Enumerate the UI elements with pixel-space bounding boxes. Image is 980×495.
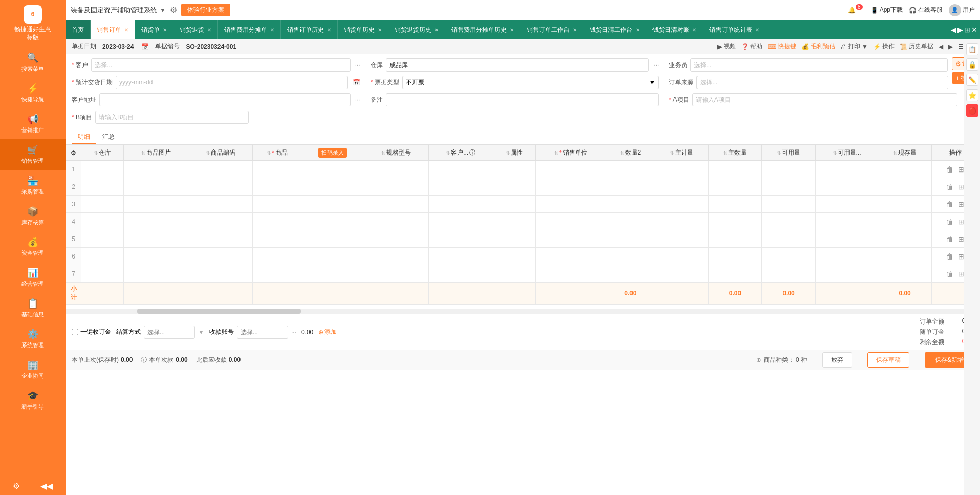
sidebar-item-quicknav[interactable]: ⚡ 快捷导航 (0, 78, 66, 109)
tab-summary[interactable]: 汇总 (96, 131, 121, 144)
shortcut-action[interactable]: ⌨ 快捷键 (768, 42, 796, 51)
th-main-unit[interactable]: ⇅主计量 (655, 145, 708, 161)
th-available2[interactable]: ⇅可用量... (815, 145, 878, 161)
tab-close-icon[interactable]: ✕ (327, 27, 331, 33)
sidebar-item-finance[interactable]: 💰 资金管理 (0, 231, 66, 262)
tab-order-workbench[interactable]: 销售订单工作台✕ (520, 20, 583, 39)
settings-icon[interactable]: ⚙ (13, 481, 20, 491)
tab-close-icon[interactable]: ✕ (207, 27, 211, 33)
sidebar-item-system[interactable]: ⚙️ 系统管理 (0, 324, 66, 354)
tab-fee-history[interactable]: 销售费用分摊单历史✕ (445, 20, 520, 39)
cell-attribute[interactable] (493, 161, 535, 178)
salesperson-input[interactable] (690, 58, 948, 72)
industry-btn[interactable]: 体验行业方案 (181, 4, 230, 16)
tab-close-icon[interactable]: ✕ (510, 27, 514, 33)
customer-input[interactable] (91, 58, 351, 72)
th-quantity2[interactable]: ⇅数量2 (606, 145, 655, 161)
order-source-input[interactable] (696, 76, 948, 89)
th-warehouse[interactable]: ⇅仓库 (81, 145, 124, 161)
th-gear[interactable]: ⚙ (66, 145, 81, 161)
cell-customer-no[interactable] (428, 161, 493, 178)
cell-code[interactable] (188, 161, 253, 178)
nav-close-btn[interactable]: ✕ (971, 26, 977, 34)
delete-icon[interactable]: 🗑 (945, 269, 954, 278)
view-list-btn[interactable]: ☰ (958, 43, 964, 50)
nav-prev-form-btn[interactable]: ◀ (939, 43, 943, 50)
cell-name[interactable] (253, 161, 301, 178)
tab-sales-return[interactable]: 销货退货✕ (173, 20, 218, 39)
address-dots[interactable]: ··· (355, 96, 360, 103)
th-customer-no[interactable]: ⇅客户... ⓘ (428, 145, 493, 161)
sidebar-item-operations[interactable]: 📊 经营管理 (0, 262, 66, 293)
invoice-type-select[interactable]: 不开票 ▼ (402, 76, 659, 89)
print-action[interactable]: 🖨 打印 ▼ (840, 42, 868, 51)
sidebar-item-purchase[interactable]: 🏪 采购管理 (0, 170, 66, 201)
payment-method-input[interactable] (144, 326, 195, 339)
tab-close-icon[interactable]: ✕ (163, 27, 167, 33)
sidebar-item-search[interactable]: 🔍 搜索菜单 (0, 47, 66, 78)
delete-icon[interactable]: 🗑 (945, 252, 954, 261)
sidebar-item-inventory[interactable]: 📦 库存核算 (0, 201, 66, 231)
tab-sales-fee[interactable]: 销售费用分摊单✕ (218, 20, 281, 39)
th-product-code[interactable]: ⇅商品编码 (188, 145, 253, 161)
tab-close-icon[interactable]: ✕ (434, 27, 439, 33)
delivery-date-input[interactable] (116, 76, 348, 89)
delete-icon[interactable]: 🗑 (945, 217, 954, 226)
tab-detail[interactable]: 明细 (72, 131, 96, 144)
right-panel-btn-3[interactable]: ✏️ (966, 74, 978, 86)
tab-cash-workbench[interactable]: 钱货日清工作台✕ (583, 20, 646, 39)
tab-close-icon[interactable]: ✕ (636, 27, 640, 33)
th-available1[interactable]: ⇅可用量 (762, 145, 816, 161)
tab-sales-invoice[interactable]: 销货单✕ (135, 20, 173, 39)
app-download-btn[interactable]: 📱 App下载 (870, 6, 903, 14)
tab-return-history[interactable]: 销货退货历史✕ (388, 20, 445, 39)
delivery-cal-icon[interactable]: 📅 (353, 79, 360, 86)
delete-icon[interactable]: 🗑 (945, 234, 954, 244)
nav-next-form-btn[interactable]: ▶ (948, 43, 953, 50)
right-panel-btn-5[interactable]: 🔴 (966, 104, 978, 117)
tab-invoice-history[interactable]: 销货单历史✕ (338, 20, 388, 39)
cell-main-qty[interactable] (708, 161, 762, 178)
scan-btn[interactable]: 扫码录入 (318, 148, 347, 158)
tab-close-icon[interactable]: ✕ (573, 27, 577, 33)
receipt-account-input[interactable] (237, 326, 288, 339)
th-product-image[interactable]: ⇅商品图片 (124, 145, 188, 161)
sidebar-item-guide[interactable]: 🎓 新手引导 (0, 385, 66, 416)
delete-icon[interactable]: 🗑 (945, 200, 954, 209)
customer-dots[interactable]: ··· (355, 61, 360, 69)
cell-sales-unit[interactable] (536, 161, 606, 178)
tab-close-icon[interactable]: ✕ (755, 27, 759, 33)
right-panel-btn-2[interactable]: 🔒 (966, 58, 978, 71)
th-sales-unit[interactable]: ⇅*销售单位 (536, 145, 606, 161)
right-panel-btn-1[interactable]: 📋 (966, 43, 978, 55)
preview-action[interactable]: 💰 毛利预估 (801, 42, 835, 51)
notification-bell[interactable]: 🔔 8 (848, 7, 864, 14)
sidebar-item-sales[interactable]: 🛒 销售管理 (0, 139, 66, 170)
tab-close-icon[interactable]: ✕ (378, 27, 382, 33)
save-draft-button[interactable]: 保存草稿 (867, 352, 909, 368)
sidebar-item-marketing[interactable]: 📢 营销推广 (0, 109, 66, 139)
sidebar-item-enterprise[interactable]: 🏢 企业协同 (0, 354, 66, 385)
receipt-dots[interactable]: ··· (291, 329, 296, 336)
help-action[interactable]: ❓ 帮助 (741, 42, 763, 51)
topbar-gear-icon[interactable]: ⚙ (170, 5, 177, 15)
delete-icon[interactable]: 🗑 (945, 165, 954, 174)
scroll-thumb[interactable] (137, 309, 301, 314)
scroll-track[interactable] (66, 309, 980, 314)
cell-qty2[interactable] (606, 161, 655, 178)
history-action[interactable]: 📜 历史单据 (900, 42, 933, 51)
th-main-qty[interactable]: ⇅主数量 (708, 145, 762, 161)
online-service-btn[interactable]: 🎧 在线客服 (909, 6, 943, 14)
one-click-checkbox[interactable] (72, 329, 78, 335)
calendar-icon[interactable]: 📅 (141, 43, 149, 50)
nav-expand-btn[interactable]: ⊞ (964, 26, 970, 34)
operation-action[interactable]: ⚡ 操作 (873, 42, 895, 51)
th-spec[interactable]: ⇅规格型号 (364, 145, 428, 161)
cell-warehouse[interactable] (81, 161, 124, 178)
system-dropdown-btn[interactable]: ▼ (160, 7, 166, 14)
collapse-icon[interactable]: ◀◀ (40, 481, 53, 491)
th-scan[interactable]: 扫码录入 (301, 145, 364, 161)
user-menu[interactable]: 👤 用户 (949, 4, 975, 16)
warehouse-dots[interactable]: ··· (654, 61, 659, 69)
address-input[interactable] (99, 93, 351, 106)
